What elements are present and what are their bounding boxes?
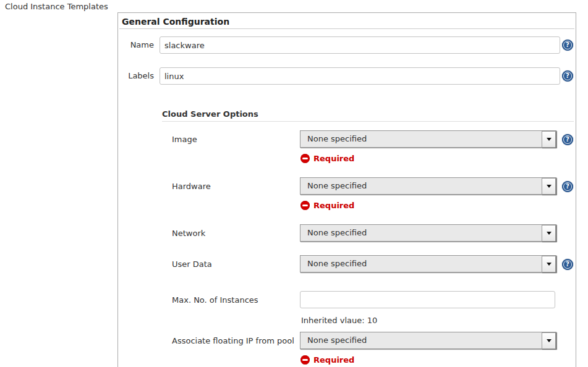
question-mark-icon: ? [563,41,572,49]
floating-ip-required-error: Required [300,355,354,365]
dropdown-arrow-icon[interactable] [542,131,556,148]
required-text: Required [313,201,354,210]
labels-input[interactable] [160,67,560,85]
labels-label: Labels [118,71,154,80]
required-icon [300,201,310,210]
user-data-select[interactable]: None specified [300,255,556,272]
user-data-select-value: None specified [307,256,540,272]
image-help-icon[interactable]: ? [562,134,573,145]
labels-help-icon[interactable]: ? [562,70,573,82]
hardware-label: Hardware [172,182,211,191]
section-title-divider [162,121,574,122]
name-label: Name [118,40,154,49]
question-mark-icon: ? [563,260,572,269]
down-triangle-icon [547,138,552,141]
name-input[interactable] [160,36,560,54]
image-select[interactable]: None specified [300,130,556,148]
hardware-select[interactable]: None specified [300,177,556,195]
inherited-value-hint: Inherited vlaue: 10 [301,316,377,325]
down-triangle-icon [547,185,552,188]
network-label: Network [172,229,205,238]
question-mark-icon: ? [563,72,572,80]
general-configuration-panel: General Configuration Name ? Labels ? Cl… [117,12,576,367]
floating-ip-label: Associate floating IP from pool [172,336,294,345]
max-instances-label: Max. No. of Instances [172,295,258,305]
hardware-select-value: None specified [307,178,540,194]
image-label: Image [172,135,197,144]
hardware-required-error: Required [300,201,354,210]
floating-ip-select-value: None specified [307,332,540,348]
dropdown-arrow-icon[interactable] [542,178,556,195]
name-help-icon[interactable]: ? [562,40,573,51]
dropdown-arrow-icon[interactable] [542,332,556,349]
required-icon [300,355,310,365]
user-data-help-icon[interactable]: ? [562,259,573,270]
down-triangle-icon [547,232,552,235]
question-mark-icon: ? [563,135,572,144]
panel-title-divider [119,28,574,29]
image-select-value: None specified [307,131,540,147]
required-icon [300,154,310,163]
panel-title: General Configuration [122,17,229,27]
image-required-error: Required [300,154,354,163]
section-title: Cloud Server Options [162,109,258,119]
hardware-help-icon[interactable]: ? [562,181,573,192]
required-text: Required [313,355,354,365]
dropdown-arrow-icon[interactable] [542,256,556,272]
page-title: Cloud Instance Templates [5,2,108,11]
floating-ip-select[interactable]: None specified [300,332,556,349]
network-select[interactable]: None specified [300,224,556,242]
dropdown-arrow-icon[interactable] [542,225,556,242]
question-mark-icon: ? [563,182,572,191]
max-instances-input[interactable] [300,291,555,308]
user-data-label: User Data [172,259,212,269]
down-triangle-icon [547,339,552,342]
required-text: Required [313,154,354,163]
down-triangle-icon [547,263,552,266]
network-select-value: None specified [307,225,540,241]
